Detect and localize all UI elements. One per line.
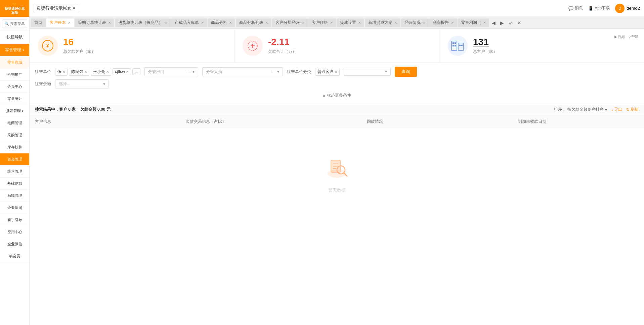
text-help-button[interactable]: ? 帮助: [629, 34, 639, 39]
filter-unit-label: 往来单位: [35, 69, 51, 75]
sidebar-item-purchase[interactable]: 采购管理: [0, 129, 29, 141]
chevron-down-icon: ▾: [192, 69, 195, 74]
tab-scroll-right[interactable]: ▶: [498, 20, 506, 26]
remove-tag-chenminqiang[interactable]: ✕: [84, 70, 87, 74]
sidebar-item-member2[interactable]: 畅会员: [0, 250, 29, 262]
tab-goods-analysis[interactable]: 商品分析 ✕: [208, 19, 235, 27]
close-icon[interactable]: ✕: [68, 21, 71, 25]
stats-row: ¥ 16 总欠款客户（家） -2.11 欠款合计（万）: [30, 29, 644, 63]
tab-operation[interactable]: 经营情况 ✕: [401, 19, 429, 27]
tab-retail-profit[interactable]: 零售利润（ ✕: [458, 19, 489, 27]
balance-selector[interactable]: 选择... ▾: [55, 79, 109, 88]
export-button[interactable]: ↓ 导出: [611, 107, 622, 112]
remove-tag-wangxiaoliang[interactable]: ✕: [106, 70, 109, 74]
svg-rect-8: [455, 45, 456, 46]
sidebar-item-member[interactable]: 会员中心: [0, 81, 29, 93]
app-download-button[interactable]: 📱 App下载: [588, 5, 610, 11]
sidebar-item-ecom[interactable]: 电商管理: [0, 117, 29, 129]
person-selector[interactable]: 分管人员 ··· ▾: [202, 67, 283, 76]
close-icon[interactable]: ✕: [330, 21, 333, 25]
tab-customer-contact[interactable]: 客户联络 ✕: [308, 19, 336, 27]
user-name: demo2: [627, 6, 640, 11]
close-icon[interactable]: ✕: [201, 21, 204, 25]
remove-tag-cjttcw[interactable]: ✕: [126, 70, 129, 74]
video-icon: ▶: [614, 35, 617, 39]
close-icon[interactable]: ✕: [451, 21, 454, 25]
remove-tag-wu[interactable]: ✕: [62, 70, 65, 74]
stat-help-buttons: ▶ 视频 ? 帮助: [614, 34, 639, 39]
category-selector[interactable]: ▾: [344, 68, 391, 76]
collapse-area: ∧ 收起更多条件: [35, 91, 639, 100]
sort-selector[interactable]: 排序： 按欠款金额倒序排序 ▾: [554, 107, 607, 112]
query-button[interactable]: 查询: [395, 67, 417, 77]
company-selector[interactable]: 母婴行业演示帐套 ▾: [34, 4, 78, 13]
sidebar-item-wechat[interactable]: 企业微信: [0, 238, 29, 250]
sidebar-item-newbie[interactable]: 新手引导: [0, 214, 29, 226]
tab-goods-analysis-list[interactable]: 商品分析列表 ✕: [236, 19, 271, 27]
chevron-down-icon: ▾: [605, 107, 607, 112]
collapse-button[interactable]: ∧ 收起更多条件: [318, 91, 355, 100]
close-icon[interactable]: ✕: [165, 21, 167, 25]
tab-new-raise[interactable]: 新增提成方案 ✕: [365, 19, 400, 27]
close-icon[interactable]: ✕: [423, 21, 425, 25]
download-icon: 📱: [588, 6, 593, 11]
sidebar-item-retail-stat[interactable]: 零售统计: [0, 93, 29, 105]
remove-tag-common-customer[interactable]: ✕: [335, 70, 337, 74]
svg-rect-10: [461, 45, 463, 46]
sidebar-item-retail-shop[interactable]: 零售商城: [0, 57, 29, 69]
user-profile[interactable]: D demo2: [615, 4, 640, 13]
sidebar-search-area: 🔍 搜索菜单: [0, 17, 29, 31]
chevron-down-icon: ▾: [23, 48, 24, 52]
stat-info-debt: 16 总欠款客户（家）: [63, 37, 95, 55]
sidebar-item-marketing[interactable]: 营销推广: [0, 69, 29, 81]
sidebar-item-appstore[interactable]: 应用中心: [0, 226, 29, 238]
sidebar-item-batch[interactable]: 批发管理▾: [0, 105, 29, 117]
close-icon[interactable]: ✕: [265, 21, 268, 25]
filter-row-1: 往来单位 伍 ✕ 陈民强 ✕ 王小亮 ✕ cjttcw: [35, 67, 639, 77]
close-icon[interactable]: ✕: [108, 21, 111, 25]
sidebar-item-operation[interactable]: 经营管理: [0, 166, 29, 178]
sidebar-item-corp[interactable]: 企业协同: [0, 202, 29, 214]
sidebar-item-system[interactable]: 系统管理: [0, 190, 29, 202]
tab-cost-in[interactable]: 产成品入库单 ✕: [171, 19, 207, 27]
refresh-button[interactable]: ↻ 刷新: [626, 107, 639, 112]
help-icon: ?: [629, 35, 631, 39]
topbar-right: 💬 消息 📱 App下载 D demo2: [568, 4, 640, 13]
sidebar-item-basic[interactable]: 基础信息: [0, 178, 29, 190]
close-icon[interactable]: ✕: [229, 21, 232, 25]
tab-home[interactable]: 首页: [31, 19, 46, 27]
tab-close-all[interactable]: ✕: [515, 20, 523, 26]
tab-purchase-order[interactable]: 采购订单统计表 ✕: [75, 19, 114, 27]
video-help-button[interactable]: ▶ 视频: [614, 34, 625, 39]
close-icon[interactable]: ✕: [483, 21, 486, 25]
stat-card-total-debt: -2.11 欠款合计（万）: [234, 29, 439, 62]
tab-stock-stat[interactable]: 进货单统计表（按商品） ✕: [115, 19, 171, 27]
svg-rect-6: [455, 42, 456, 44]
tab-profit-report[interactable]: 利润报告 ✕: [429, 19, 457, 27]
tab-customer-ledger[interactable]: 客户账本 ✕: [46, 19, 74, 27]
empty-label: 暂无数据: [328, 187, 346, 193]
tab-maximize[interactable]: ⤢: [507, 20, 515, 26]
close-icon[interactable]: ✕: [302, 21, 304, 25]
sidebar-item-quick-nav[interactable]: 快捷导航: [0, 31, 29, 44]
message-button[interactable]: 💬 消息: [568, 5, 583, 11]
close-icon[interactable]: ✕: [358, 21, 361, 25]
col-header-repay: 回款情况: [367, 119, 518, 124]
search-menu-button[interactable]: 🔍 搜索菜单: [2, 20, 27, 28]
sidebar-item-finance[interactable]: 资金管理: [0, 153, 29, 166]
filter-unit-tags: 伍 ✕ 陈民强 ✕ 王小亮 ✕ cjttcw ✕: [55, 68, 140, 76]
filter-tag-more[interactable]: ...: [132, 68, 140, 75]
tab-scroll-left[interactable]: ◀: [490, 20, 498, 26]
logo-text: 畅捷通好生意: [5, 7, 25, 11]
tab-customer-seg[interactable]: 客户分层经营 ✕: [272, 19, 308, 27]
sidebar-logo: 🧡 畅捷通好生意 标版: [0, 0, 29, 17]
dept-selector[interactable]: 分管部门 ··· ▾: [144, 67, 198, 76]
tab-raise-setting[interactable]: 提成设置 ✕: [337, 19, 364, 27]
stat-info-total-debt: -2.11 欠款合计（万）: [268, 37, 296, 55]
close-icon[interactable]: ✕: [394, 21, 397, 25]
dept-expand-icon: ···: [187, 69, 191, 74]
sidebar-item-inventory[interactable]: 库存核算: [0, 141, 29, 153]
stat-value-debt-customers: 16: [63, 37, 95, 47]
sidebar: 🧡 畅捷通好生意 标版 🔍 搜索菜单 快捷导航 零售管理 ▾ 零售商城 营销推广…: [0, 0, 30, 325]
sidebar-item-retail[interactable]: 零售管理 ▾: [0, 44, 29, 57]
